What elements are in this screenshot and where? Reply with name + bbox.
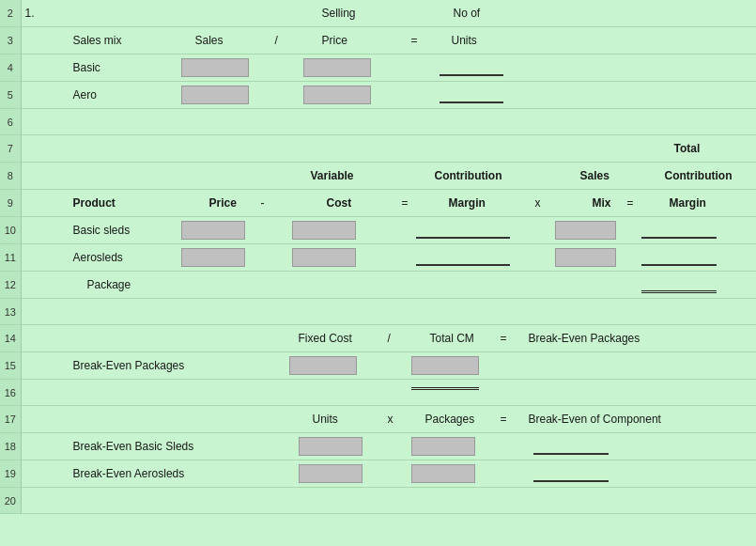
label-one: 1.: [25, 7, 35, 20]
label-aero: Aero: [73, 88, 97, 101]
table-row: 6: [0, 109, 756, 135]
input-units-basic[interactable]: [299, 437, 363, 456]
row-num-8: 8: [0, 163, 21, 190]
row7-content: Total: [21, 135, 756, 163]
input-aero-price-col[interactable]: [181, 248, 245, 267]
row3-content: Sales mix Sales / Price = Units: [21, 27, 756, 55]
label-eq-fc: =: [501, 332, 507, 345]
row-num-13: 13: [0, 299, 21, 325]
row-num-9: 9: [0, 190, 21, 217]
label-break-even-packages: Break-Even Packages: [529, 332, 640, 345]
row10-content: Basic sleds: [21, 217, 756, 244]
input-packages-aero[interactable]: [411, 464, 475, 483]
input-aero-cost[interactable]: [292, 248, 356, 267]
label-product: Product: [73, 196, 116, 210]
table-row: 18 Break-Even Basic Sleds: [0, 433, 756, 460]
table-row: 2 1. Selling No of: [0, 0, 756, 27]
label-total-cm-fc: Total CM: [430, 332, 474, 345]
underline-aero-total-cm: [641, 249, 717, 266]
table-row: 12 Package: [0, 272, 756, 299]
input-basic-price-col[interactable]: [181, 221, 245, 240]
row-num-16: 16: [0, 380, 21, 406]
underline-aero-cm: [416, 249, 510, 266]
row-num-10: 10: [0, 217, 21, 244]
row-num-19: 19: [0, 460, 21, 488]
row-num-20: 20: [0, 488, 21, 514]
table-row: 9 Product Price - Cost = Margin x Mix = …: [0, 190, 756, 217]
table-row: 14 Fixed Cost / Total CM = Break-Even Pa…: [0, 325, 756, 352]
table-row: 19 Break-Even Aerosleds: [0, 460, 756, 488]
row18-content: Break-Even Basic Sleds: [21, 433, 756, 460]
table-row: 3 Sales mix Sales / Price = Units: [0, 27, 756, 55]
row14-content: Fixed Cost / Total CM = Break-Even Packa…: [21, 325, 756, 352]
row-num-6: 6: [0, 109, 21, 135]
row-num-7: 7: [0, 135, 21, 163]
row4-content: Basic: [21, 55, 756, 82]
label-x-units: x: [388, 413, 393, 426]
row12-content: Package: [21, 272, 756, 299]
input-aero-price[interactable]: [303, 86, 371, 104]
underline-breakeven-aero: [533, 465, 609, 482]
table-row: 17 Units x Packages = Break-Even of Comp…: [0, 406, 756, 433]
input-packages-basic[interactable]: [411, 437, 475, 456]
row-num-5: 5: [0, 82, 21, 109]
underline-breakeven-basic: [533, 438, 609, 455]
label-basic: Basic: [73, 61, 100, 74]
label-contribution: Contribution: [435, 169, 502, 182]
label-breakeven-component: Break-Even of Component: [529, 413, 661, 426]
input-basic-sales[interactable]: [181, 58, 249, 77]
input-aero-sales[interactable]: [181, 86, 249, 104]
table-row: 15 Break-Even Packages: [0, 352, 756, 380]
table-row: 7 Total: [0, 135, 756, 163]
row20-content: [21, 488, 756, 514]
input-basic-cost[interactable]: [292, 221, 356, 240]
input-basic-mix[interactable]: [555, 221, 616, 240]
double-underline-total: [641, 276, 717, 293]
label-salesmix: Sales mix: [73, 34, 122, 47]
label-x-sign: x: [535, 196, 541, 210]
table-row: 11 Aerosleds: [0, 244, 756, 272]
row-num-14: 14: [0, 325, 21, 352]
label-sales: Sales: [195, 34, 224, 47]
label-aerosleds: Aerosleds: [73, 251, 123, 264]
input-units-aero[interactable]: [299, 464, 363, 483]
label-basic-sleds: Basic sleds: [73, 224, 131, 237]
input-total-cm[interactable]: [411, 356, 479, 375]
row6-content: [21, 109, 756, 135]
row-num-3: 3: [0, 27, 21, 55]
label-slash-fc: /: [388, 332, 391, 345]
row-num-11: 11: [0, 244, 21, 272]
underline-aero-units: [440, 86, 503, 103]
label-breakeven-aero: Break-Even Aerosleds: [73, 467, 185, 480]
row-num-15: 15: [0, 352, 21, 380]
table-row: 10 Basic sleds: [0, 217, 756, 244]
row16-content: [21, 380, 756, 406]
input-basic-price[interactable]: [303, 58, 371, 77]
row17-content: Units x Packages = Break-Even of Compone…: [21, 406, 756, 433]
label-units2: Units: [313, 413, 338, 426]
row5-content: Aero: [21, 82, 756, 109]
table-row: 8 Variable Contribution Sales Contributi…: [0, 163, 756, 190]
label-eq-units: =: [501, 413, 507, 426]
label-slash: /: [275, 34, 278, 47]
label-noof: No of: [454, 7, 481, 20]
label-variable: Variable: [311, 169, 354, 182]
row-num-12: 12: [0, 272, 21, 299]
table-row: 20: [0, 488, 756, 514]
label-total-header: Total: [674, 142, 701, 155]
table-row: 16: [0, 380, 756, 406]
label-breakeven-basic: Break-Even Basic Sleds: [73, 440, 194, 453]
input-aero-mix[interactable]: [555, 248, 616, 267]
table-row: 4 Basic: [0, 55, 756, 82]
row-num-2: 2: [0, 0, 21, 27]
label-eq-sign: =: [402, 196, 409, 210]
label-packages: Packages: [425, 413, 475, 426]
underline-basic-total-cm: [641, 222, 717, 239]
label-selling: Selling: [322, 7, 356, 20]
label-salesmix-col: Sales: [580, 169, 609, 182]
label-mix: Mix: [593, 196, 611, 210]
row-num-17: 17: [0, 406, 21, 433]
row13-content: [21, 299, 756, 325]
input-fixed-cost[interactable]: [289, 356, 357, 375]
label-margin-col: Margin: [670, 196, 706, 210]
